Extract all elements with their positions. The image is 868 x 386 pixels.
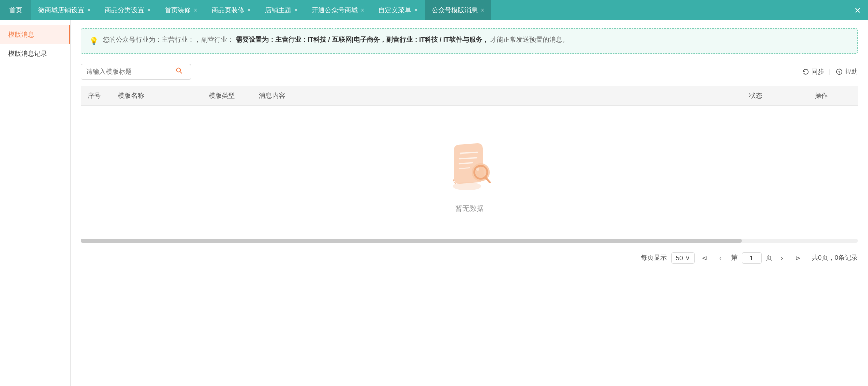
search-right-actions: 同步 | ? 帮助 (802, 67, 858, 76)
total-label: 共0页，0条记录 (812, 253, 858, 262)
tab-category-settings-close[interactable]: × (147, 7, 151, 14)
help-label: 帮助 (845, 67, 858, 76)
search-button[interactable] (172, 64, 187, 79)
tab-shop-theme[interactable]: 店铺主题 × (258, 0, 305, 20)
sidebar-item-template-msg-label: 模版消息 (8, 31, 34, 38)
tab-open-mall-close[interactable]: × (361, 7, 364, 14)
notice-box: 💡 您的公众号行业为：主营行业：，副营行业： 需要设置为：主营行业：IT科技 /… (81, 28, 858, 54)
empty-text: 暂无数据 (455, 204, 484, 213)
bulb-icon: 💡 (89, 35, 99, 47)
tab-product-decor-close[interactable]: × (247, 7, 251, 14)
col-name: 模版名称 (111, 86, 202, 106)
tab-shop-theme-close[interactable]: × (294, 7, 298, 14)
tab-template-msg[interactable]: 公众号模版消息 × (425, 0, 491, 20)
tab-category-settings-label: 商品分类设置 (105, 6, 144, 15)
empty-row: 暂无数据 (81, 106, 858, 234)
sync-button[interactable]: 同步 (802, 67, 824, 76)
current-page-input[interactable] (742, 252, 762, 264)
svg-point-12 (476, 168, 479, 171)
main-layout: 模版消息 模版消息记录 💡 您的公众号行业为：主营行业：，副营行业： 需要设置为… (0, 20, 868, 386)
tab-wsc-settings-label: 微商城店铺设置 (38, 6, 84, 15)
search-input[interactable] (81, 65, 172, 79)
global-close-button[interactable]: ✕ (847, 6, 868, 15)
page-label: 第 (731, 253, 738, 262)
page-size-value: 50 (676, 254, 683, 262)
tab-home-decor[interactable]: 首页装修 × (158, 0, 205, 20)
tab-custom-menu-label: 自定义菜单 (378, 6, 411, 15)
sidebar-item-template-msg-record-label: 模版消息记录 (8, 50, 47, 57)
sync-icon (802, 68, 809, 75)
search-bar: 同步 | ? 帮助 (81, 64, 858, 80)
first-page-button[interactable]: ⊲ (699, 252, 711, 264)
table-header-row: 序号 模版名称 模版类型 消息内容 状态 操作 (81, 86, 858, 106)
col-content: 消息内容 (252, 86, 742, 106)
tab-open-mall[interactable]: 开通公众号商城 × (305, 0, 371, 20)
next-page-button[interactable]: › (776, 252, 788, 264)
col-index: 序号 (81, 86, 111, 106)
search-input-container (81, 64, 191, 80)
tab-template-msg-label: 公众号模版消息 (432, 6, 478, 15)
page-suffix: 页 (766, 253, 772, 262)
help-button[interactable]: ? 帮助 (836, 67, 858, 76)
svg-text:?: ? (838, 70, 841, 75)
data-table: 序号 模版名称 模版类型 消息内容 状态 操作 (81, 86, 858, 234)
tab-home-decor-label: 首页装修 (165, 6, 191, 15)
svg-line-1 (180, 72, 182, 74)
content-area: 💡 您的公众号行业为：主营行业：，副营行业： 需要设置为：主营行业：IT科技 /… (71, 20, 868, 386)
col-type: 模版类型 (202, 86, 252, 106)
tab-wsc-settings-close[interactable]: × (87, 7, 91, 14)
tab-product-decor[interactable]: 商品页装修 × (205, 0, 258, 20)
tab-wsc-settings[interactable]: 微商城店铺设置 × (31, 0, 98, 20)
horizontal-scrollbar[interactable] (81, 239, 858, 243)
svg-point-4 (453, 182, 481, 190)
tab-custom-menu[interactable]: 自定义菜单 × (371, 0, 425, 20)
notice-text: 您的公众号行业为：主营行业：，副营行业： 需要设置为：主营行业：IT科技 / 互… (103, 35, 569, 45)
tab-custom-menu-close[interactable]: × (414, 7, 418, 14)
page-size-select[interactable]: 50 ∨ (671, 252, 694, 264)
notice-highlight: 需要设置为：主营行业：IT科技 / 互联网|电子商务，副营行业：IT科技 / I… (236, 36, 489, 43)
tab-home-label: 首页 (9, 6, 22, 15)
sidebar-item-template-msg-record[interactable]: 模版消息记录 (0, 44, 70, 63)
scrollbar-thumb[interactable] (81, 239, 742, 243)
pagination: 每页显示 50 ∨ ⊲ ‹ 第 页 › ⊳ 共0页，0条记录 (81, 248, 858, 268)
action-divider: | (829, 68, 831, 75)
col-status: 状态 (742, 86, 808, 106)
tab-category-settings[interactable]: 商品分类设置 × (98, 0, 158, 20)
page-size-label: 每页显示 (641, 253, 667, 262)
empty-illustration (439, 136, 500, 196)
empty-state: 暂无数据 (81, 106, 858, 234)
sidebar: 模版消息 模版消息记录 (0, 20, 71, 386)
top-nav: 首页 微商城店铺设置 × 商品分类设置 × 首页装修 × 商品页装修 × 店铺主… (0, 0, 868, 20)
prev-page-button[interactable]: ‹ (715, 252, 727, 264)
tab-home-decor-close[interactable]: × (194, 7, 197, 14)
search-icon (176, 67, 183, 74)
help-icon: ? (836, 68, 843, 75)
sidebar-item-template-msg[interactable]: 模版消息 (0, 25, 70, 44)
last-page-button[interactable]: ⊳ (792, 252, 805, 264)
notice-suffix: 才能正常发送预置的消息。 (490, 36, 569, 43)
chevron-down-icon: ∨ (685, 254, 690, 262)
tab-open-mall-label: 开通公众号商城 (312, 6, 358, 15)
notice-prefix: 您的公众号行业为：主营行业：，副营行业： (103, 36, 234, 43)
tab-shop-theme-label: 店铺主题 (265, 6, 291, 15)
tab-product-decor-label: 商品页装修 (212, 6, 244, 15)
col-action: 操作 (808, 86, 858, 106)
tab-template-msg-close[interactable]: × (481, 7, 484, 14)
sync-label: 同步 (811, 67, 824, 76)
tab-home[interactable]: 首页 (0, 0, 31, 20)
